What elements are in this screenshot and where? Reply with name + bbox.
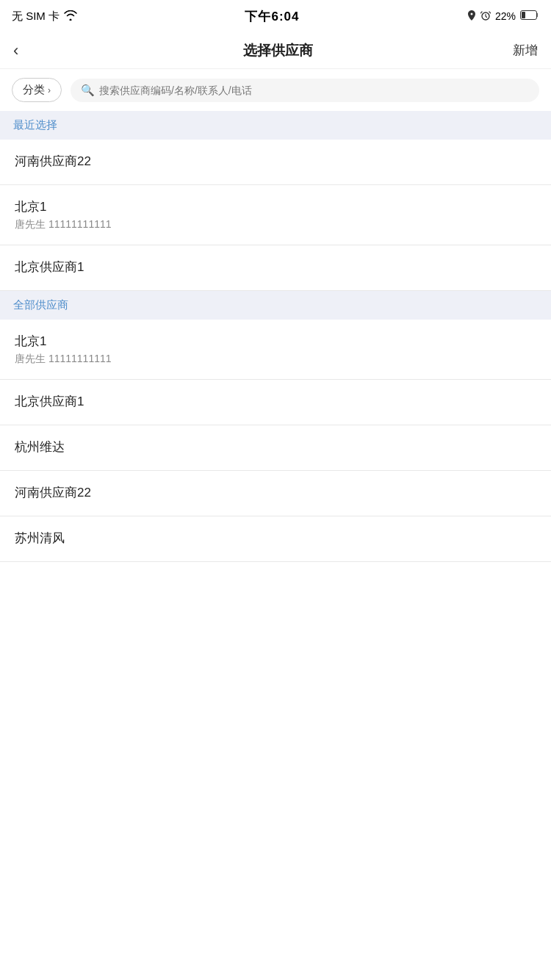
- battery-label: 22%: [495, 10, 516, 22]
- status-left: 无 SIM 卡: [12, 10, 77, 24]
- supplier-name: 杭州维达: [15, 439, 536, 455]
- search-icon: 🔍: [81, 84, 95, 97]
- svg-rect-2: [522, 12, 525, 18]
- nav-bar: ‹ 选择供应商 新增: [0, 32, 551, 69]
- search-box[interactable]: 🔍: [71, 79, 539, 102]
- status-bar: 无 SIM 卡 下午6:04 22%: [0, 0, 551, 32]
- supplier-name: 北京1: [15, 333, 536, 350]
- list-item[interactable]: 河南供应商22: [0, 140, 551, 185]
- supplier-list: 最近选择河南供应商22北京1唐先生 11111111111北京供应商1全部供应商…: [0, 111, 551, 562]
- alarm-icon: [480, 10, 491, 23]
- supplier-sub: 唐先生 11111111111: [15, 218, 536, 231]
- supplier-name: 苏州清风: [15, 530, 536, 547]
- list-item[interactable]: 北京1唐先生 11111111111: [0, 185, 551, 245]
- battery-icon: [520, 10, 539, 22]
- supplier-name: 北京供应商1: [15, 393, 536, 410]
- category-label: 分类: [23, 83, 45, 97]
- status-right: 22%: [467, 10, 539, 23]
- section-header-all: 全部供应商: [0, 291, 551, 320]
- status-time: 下午6:04: [245, 8, 299, 25]
- sim-label: 无 SIM 卡: [12, 10, 60, 24]
- add-button[interactable]: 新增: [513, 42, 538, 59]
- supplier-name: 北京1: [15, 198, 536, 215]
- wifi-icon: [64, 10, 77, 23]
- list-item[interactable]: 北京1唐先生 11111111111: [0, 320, 551, 380]
- list-item[interactable]: 苏州清风: [0, 516, 551, 562]
- list-item[interactable]: 北京供应商1: [0, 380, 551, 425]
- search-input[interactable]: [99, 84, 529, 96]
- section-header-text-recent: 最近选择: [13, 118, 57, 131]
- section-header-text-all: 全部供应商: [13, 298, 68, 311]
- section-header-recent: 最近选择: [0, 111, 551, 140]
- location-icon: [467, 10, 476, 23]
- category-filter-button[interactable]: 分类 ›: [12, 78, 62, 102]
- supplier-sub: 唐先生 11111111111: [15, 353, 536, 366]
- filter-bar: 分类 › 🔍: [0, 69, 551, 111]
- supplier-name: 河南供应商22: [15, 484, 536, 501]
- supplier-name: 北京供应商1: [15, 259, 536, 275]
- page-title: 选择供应商: [243, 41, 313, 60]
- back-button[interactable]: ‹: [13, 41, 43, 60]
- list-item[interactable]: 杭州维达: [0, 425, 551, 471]
- supplier-name: 河南供应商22: [15, 153, 536, 170]
- chevron-icon: ›: [48, 85, 51, 96]
- list-item[interactable]: 北京供应商1: [0, 245, 551, 291]
- list-item[interactable]: 河南供应商22: [0, 471, 551, 516]
